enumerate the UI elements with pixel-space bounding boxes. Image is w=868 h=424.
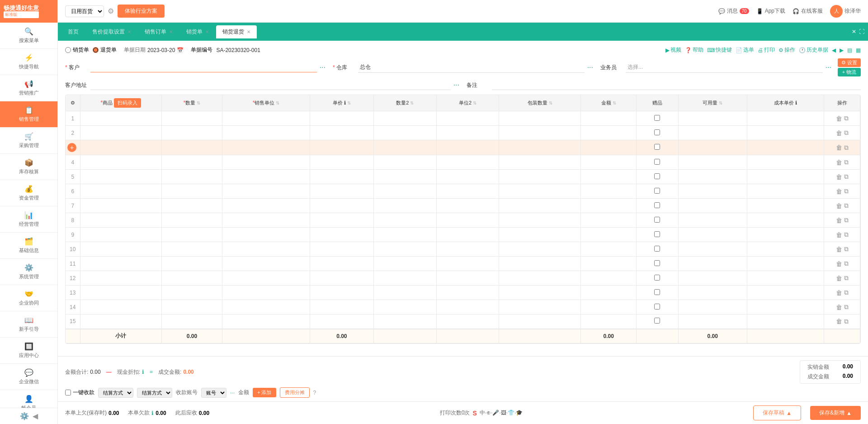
product-cell-10[interactable] [80,242,161,257]
sidebar-item-purchase[interactable]: 🛒采购管理 [0,128,57,154]
amount-cell-14[interactable] [581,300,636,314]
qty2-cell-14[interactable] [373,300,436,314]
warehouse-input[interactable]: 总仓 [358,62,585,73]
cost-cell-9[interactable] [747,228,824,242]
unit-cell-11[interactable] [222,257,310,271]
account-picker-icon[interactable]: ··· [230,390,235,396]
cost-cell-10[interactable] [747,242,824,257]
tab-sales-delivery[interactable]: 销货单✕ [180,25,215,38]
copy-icon-15[interactable]: ⧉ [844,318,849,325]
return-radio[interactable]: 退货单 [93,46,117,54]
product-cell-8[interactable] [80,213,161,228]
qty-cell-4[interactable] [161,155,222,170]
packqty-cell-14[interactable] [499,300,581,314]
customer-picker-icon[interactable]: ··· [320,63,326,71]
gift-cell-2[interactable] [636,126,678,140]
gift-checkbox-1[interactable] [654,115,660,121]
qty-cell-1[interactable] [161,111,222,126]
grid-view-icon[interactable]: ▦ [856,47,861,53]
product-cell-6[interactable] [80,184,161,199]
add-fee-button[interactable]: + 添加 [253,388,276,397]
qty2-sort-icon[interactable]: ⇅ [410,100,414,105]
packqty-cell-10[interactable] [499,242,581,257]
gift-cell-15[interactable] [636,314,678,329]
unit-sort-icon[interactable]: ⇅ [276,100,279,105]
cost-cell-7[interactable] [747,199,824,213]
price-cell-9[interactable] [310,228,373,242]
unit-cell-4[interactable] [222,155,310,170]
unit2-cell-7[interactable] [436,199,499,213]
product-cell-15[interactable] [80,314,161,329]
qty2-cell-1[interactable] [373,111,436,126]
cost-cell-4[interactable] [747,155,824,170]
product-cell-9[interactable] [80,228,161,242]
gift-checkbox-2[interactable] [654,129,660,135]
nav-left-icon[interactable]: ◀ [832,47,836,53]
cost-cell-3[interactable] [747,140,824,155]
gift-cell-6[interactable] [636,184,678,199]
product-cell-5[interactable] [80,170,161,184]
price-cell-7[interactable] [310,199,373,213]
cost-cell-2[interactable] [747,126,824,140]
qty2-cell-11[interactable] [373,257,436,271]
amount-cell-10[interactable] [581,242,636,257]
cost-cell-8[interactable] [747,213,824,228]
delete-icon-5[interactable]: 🗑 [836,173,842,181]
address-picker-icon[interactable]: ··· [453,81,459,89]
one-click-pay-checkbox[interactable]: 一键收款 [65,389,94,396]
qty-cell-12[interactable] [161,271,222,286]
gift-checkbox-6[interactable] [654,188,660,194]
sidebar-item-search[interactable]: 🔍搜索菜单 [0,23,57,49]
delete-icon-3[interactable]: 🗑 [836,144,842,151]
gift-cell-9[interactable] [636,228,678,242]
save-draft-button[interactable]: 保存草稿 ▲ [753,405,801,420]
gift-checkbox-3[interactable] [654,144,660,150]
gift-checkbox-5[interactable] [654,173,660,179]
select-btn[interactable]: 📄 选单 [736,46,754,54]
gift-checkbox-11[interactable] [654,260,660,266]
packqty-sort-icon[interactable]: ⇅ [549,100,552,105]
unit-cell-2[interactable] [222,126,310,140]
delivery-radio-input[interactable] [65,47,71,53]
add-row-button[interactable]: + [67,143,76,152]
sidebar-item-corp[interactable]: 🤝企业协同 [0,285,57,311]
product-cell-12[interactable] [80,271,161,286]
qty2-cell-12[interactable] [373,271,436,286]
price-cell-3[interactable] [310,140,373,155]
gift-cell-1[interactable] [636,111,678,126]
cost-cell-5[interactable] [747,170,824,184]
qty-cell-14[interactable] [161,300,222,314]
gift-cell-12[interactable] [636,271,678,286]
price-cell-5[interactable] [310,170,373,184]
copy-icon-4[interactable]: ⧉ [844,158,849,166]
settings-btn[interactable]: ⚙ 设置 [838,58,861,67]
calc-method-select[interactable]: 结算方式 [137,388,172,398]
qty-cell-13[interactable] [161,286,222,300]
available-cell-6[interactable] [678,184,747,199]
price-cell-8[interactable] [310,213,373,228]
unit2-cell-5[interactable] [436,170,499,184]
operation-btn[interactable]: ⚙ 操作 [778,46,795,54]
discount-info-icon[interactable]: ℹ [142,369,144,375]
video-btn[interactable]: ▶ 视频 [665,46,681,54]
warehouse-picker-icon[interactable]: ··· [587,63,593,71]
unit-cell-10[interactable] [222,242,310,257]
gift-checkbox-12[interactable] [654,275,660,281]
user-profile[interactable]: 人 徐泽华 [830,5,861,18]
input-method-icons[interactable]: 中·⊕·🎤·🖼·👕·🎓 [480,409,523,417]
remark-input[interactable] [492,80,861,90]
delete-icon-7[interactable]: 🗑 [836,202,842,210]
gift-cell-7[interactable] [636,199,678,213]
help-btn[interactable]: ❓ 帮助 [685,46,703,54]
gift-cell-11[interactable] [636,257,678,271]
cost-cell-6[interactable] [747,184,824,199]
packqty-cell-3[interactable] [499,140,581,155]
gift-cell-14[interactable] [636,300,678,314]
unit2-cell-3[interactable] [436,140,499,155]
amount-cell-1[interactable] [581,111,636,126]
qty2-cell-2[interactable] [373,126,436,140]
qty-cell-8[interactable] [161,213,222,228]
amount-cell-12[interactable] [581,271,636,286]
settlement-method-select[interactable]: 结算方式 [98,388,133,398]
price-cell-2[interactable] [310,126,373,140]
